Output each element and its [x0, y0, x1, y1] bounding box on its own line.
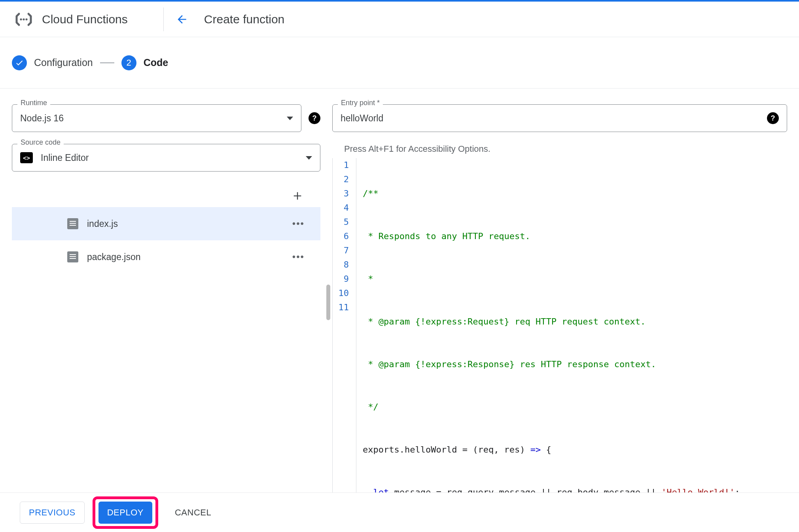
file-item[interactable]: index.js ••• [12, 207, 320, 240]
step-2-label[interactable]: Code [144, 57, 169, 68]
svg-point-2 [25, 18, 27, 20]
step-1-check-icon[interactable] [12, 55, 27, 70]
line-number-gutter: 1 2 3 4 5 6 7 8 9 10 11 [333, 158, 356, 532]
source-code-label: Source code [17, 138, 64, 147]
source-code-select[interactable]: <> Inline Editor [12, 144, 320, 172]
runtime-label: Runtime [17, 99, 50, 107]
entry-point-input[interactable]: helloWorld ? [332, 104, 787, 132]
previous-button[interactable]: PREVIOUS [20, 502, 85, 524]
entry-point-label: Entry point * [338, 99, 383, 107]
entry-point-help-icon[interactable]: ? [767, 112, 779, 124]
cloud-functions-icon [12, 8, 36, 31]
stepper: Configuration 2 Code [0, 37, 799, 89]
cancel-button[interactable]: CANCEL [166, 502, 220, 524]
runtime-select[interactable]: Node.js 16 [12, 104, 301, 132]
header-bar: Cloud Functions Create function [0, 2, 799, 37]
deploy-button[interactable]: DEPLOY [98, 502, 152, 524]
add-file-icon[interactable]: ＋ [290, 188, 305, 202]
scrollbar[interactable] [326, 285, 330, 320]
back-arrow-icon[interactable] [176, 13, 188, 26]
runtime-help-icon[interactable]: ? [309, 112, 320, 124]
code-editor[interactable]: 1 2 3 4 5 6 7 8 9 10 11 /** * Responds t… [332, 158, 787, 532]
file-name: package.json [87, 252, 141, 262]
step-divider [100, 62, 114, 63]
caret-down-icon [287, 117, 293, 120]
step-1-label[interactable]: Configuration [34, 57, 93, 68]
file-name: index.js [87, 219, 118, 229]
code-content[interactable]: /** * Responds to any HTTP request. * * … [356, 158, 740, 532]
deploy-highlight: DEPLOY [93, 496, 158, 529]
svg-point-0 [20, 18, 22, 20]
file-item[interactable]: package.json ••• [12, 240, 320, 274]
file-icon [67, 218, 78, 229]
more-icon[interactable]: ••• [292, 218, 305, 229]
entry-point-value: helloWorld [341, 113, 383, 124]
source-code-value: Inline Editor [41, 153, 89, 163]
more-icon[interactable]: ••• [292, 251, 305, 262]
code-icon: <> [20, 152, 33, 163]
footer-actions: PREVIOUS DEPLOY CANCEL [0, 492, 799, 532]
runtime-value: Node.js 16 [20, 113, 64, 124]
svg-point-1 [23, 18, 25, 20]
file-list: index.js ••• package.json ••• [12, 207, 320, 274]
file-icon [67, 251, 78, 262]
caret-down-icon [306, 156, 312, 160]
page-title: Create function [204, 13, 284, 26]
step-2-circle[interactable]: 2 [121, 55, 136, 70]
product-name[interactable]: Cloud Functions [42, 8, 164, 31]
a11y-hint: Press Alt+F1 for Accessibility Options. [332, 144, 787, 158]
